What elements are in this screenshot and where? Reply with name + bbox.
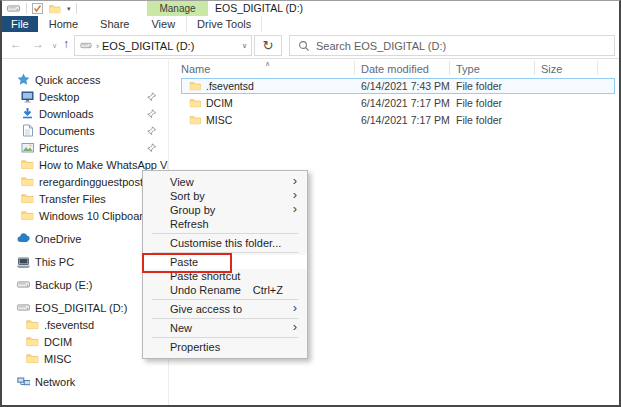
customize-toolbar-chevron-icon[interactable]: ▾ [67,4,71,14]
submenu-arrow-icon: › [293,320,297,334]
pin-icon [147,91,156,103]
document-icon [21,124,36,137]
column-divider[interactable] [597,61,598,75]
folder-icon [189,114,202,126]
drive-icon [79,40,93,51]
back-arrow-icon[interactable]: ← [10,37,22,51]
tab-drive-tools[interactable]: Drive Tools [186,16,262,32]
drive-icon [17,278,32,291]
tab-home[interactable]: Home [38,16,89,32]
menu-item-properties[interactable]: Properties [143,340,307,354]
breadcrumb-separator-icon: › [96,41,99,51]
submenu-arrow-icon: › [293,174,297,188]
submenu-arrow-icon: › [293,188,297,202]
refresh-button[interactable]: ↻ [254,35,282,56]
file-row-dcim[interactable]: DCIM 6/14/2021 7:17 PM File folder [169,95,619,111]
file-explorer-window: ▾ Manage EOS_DIGITAL (D:) File Home Shar… [0,0,621,407]
menu-separator [152,318,298,319]
folder-icon [21,175,36,188]
tab-share[interactable]: Share [89,16,140,32]
folder-icon [26,352,41,365]
menu-separator [152,233,298,234]
menu-item-paste-shortcut[interactable]: Paste shortcut [143,269,307,283]
computer-icon [17,255,32,268]
menu-item-refresh[interactable]: Refresh [143,217,307,231]
manage-contextual-tab[interactable]: Manage [147,1,208,16]
star-icon [17,73,32,86]
column-header-date-modified[interactable]: Date modified [361,63,429,75]
pin-icon [147,142,156,154]
submenu-arrow-icon: › [293,202,297,216]
column-divider[interactable] [449,61,450,75]
menu-item-view[interactable]: View › [143,175,307,189]
menu-item-group-by[interactable]: Group by › [143,203,307,217]
folder-icon [189,97,202,109]
address-box[interactable]: › EOS_DIGITAL (D:) ∨ [74,35,252,56]
file-row-misc[interactable]: MISC 6/14/2021 7:17 PM File folder [169,112,619,128]
folder-icon [189,80,202,92]
menu-item-customise-this-folder[interactable]: Customise this folder... [143,236,307,250]
recent-locations-chevron-icon[interactable]: ∨ [52,42,57,50]
tab-view[interactable]: View [140,16,186,32]
properties-icon[interactable] [32,3,43,14]
pin-icon [147,108,156,120]
sidebar-item-downloads[interactable]: Downloads [2,105,168,122]
column-divider[interactable] [354,61,355,75]
sidebar-item-desktop[interactable]: Desktop [2,88,168,105]
toolbar-separator [76,3,77,14]
search-input[interactable]: Search EOS_DIGITAL (D:) [289,35,615,56]
window-title: EOS_DIGITAL (D:) [215,2,303,14]
tab-file[interactable]: File [2,16,38,32]
drive-icon [6,2,21,15]
toolbar-separator [26,3,27,14]
pin-icon [147,125,156,137]
sort-ascending-icon: ∧ [265,60,270,68]
search-placeholder: Search EOS_DIGITAL (D:) [316,40,446,52]
drive-icon [17,301,32,314]
menu-item-new[interactable]: New › [143,321,307,335]
address-dropdown-chevron-icon[interactable]: ∨ [242,42,247,50]
menu-separator [152,299,298,300]
file-row-fseventsd[interactable]: .fseventsd 6/14/2021 7:43 PM File folder [169,78,619,94]
sidebar-item-network[interactable]: Network [2,373,168,390]
column-divider[interactable] [534,61,535,75]
folder-icon [21,209,36,222]
breadcrumb[interactable]: EOS_DIGITAL (D:) [102,40,194,52]
shortcut-label: Ctrl+Z [253,283,283,297]
content-area: Quick access Desktop Downloads Documents… [2,58,619,405]
column-header-size[interactable]: Size [541,63,562,75]
menu-separator [152,252,298,253]
folder-icon [21,192,36,205]
up-arrow-icon[interactable]: ↑ [63,37,69,51]
menu-separator [152,337,298,338]
quick-access-toolbar: ▾ [6,2,77,15]
menu-item-paste[interactable]: Paste [143,255,307,269]
title-bar: ▾ Manage EOS_DIGITAL (D:) [2,1,619,16]
context-menu: View › Sort by › Group by › Refresh Cust… [142,170,308,359]
column-header-name[interactable]: Name ∧ [181,63,210,75]
menu-item-sort-by[interactable]: Sort by › [143,189,307,203]
search-icon [298,40,309,51]
forward-arrow-icon[interactable]: → [32,37,44,51]
ribbon-tab-bar: File Home Share View Drive Tools [2,16,619,33]
submenu-arrow-icon: › [293,301,297,315]
desktop-icon [21,90,36,103]
column-header-type[interactable]: Type [456,63,480,75]
sidebar-item-quick-access[interactable]: Quick access [2,71,168,88]
new-folder-icon[interactable] [48,3,62,15]
folder-icon [26,335,41,348]
network-icon [17,375,32,388]
sidebar-item-documents[interactable]: Documents [2,122,168,139]
menu-item-give-access-to[interactable]: Give access to › [143,302,307,316]
folder-icon [21,158,36,171]
download-arrow-icon [21,107,36,120]
picture-icon [21,141,36,154]
address-bar-row: ← → ∨ ↑ › EOS_DIGITAL (D:) ∨ ↻ Search EO… [2,32,619,59]
column-header-row: Name ∧ Date modified Type Size [169,58,619,77]
sidebar-item-pictures[interactable]: Pictures [2,139,168,156]
menu-item-undo-rename[interactable]: Undo Rename Ctrl+Z [143,283,307,297]
cloud-icon [17,232,32,245]
folder-icon [26,318,41,331]
